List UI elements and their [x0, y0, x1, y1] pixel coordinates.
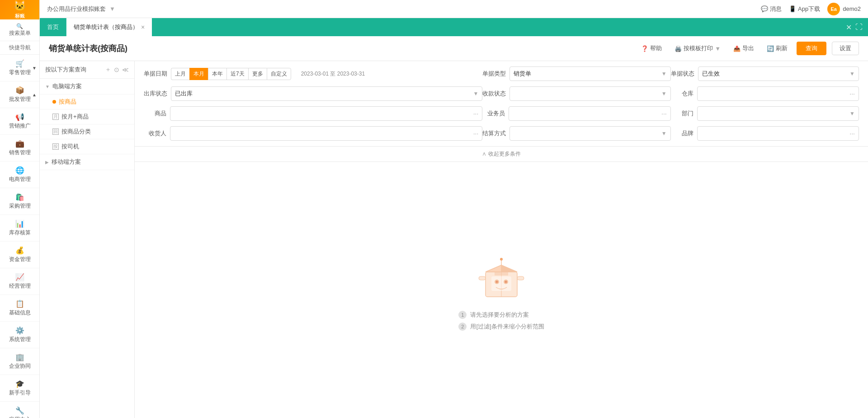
sidebar-item-sales[interactable]: 💼 销售管理 [0, 135, 39, 162]
type-value: 销货单 [514, 70, 531, 78]
sidebar-item-inventory[interactable]: 📊 库存核算 [0, 215, 39, 242]
window-maximize-icon[interactable]: ⛶ [855, 23, 863, 31]
help-button[interactable]: ❓ 帮助 [637, 43, 665, 54]
add-scheme-icon[interactable]: ＋ [105, 66, 111, 74]
warehouse-status-control[interactable]: 已出库 ▼ [171, 86, 482, 101]
tab-sales-stat[interactable]: 销货单统计表（按商品） × [66, 18, 152, 36]
sidebar-search[interactable]: 🔍 搜索菜单 [0, 19, 39, 41]
retail-icon: 🛒 [15, 59, 24, 68]
filter-settlement: 结算方式 ▼ [482, 126, 670, 141]
export-icon: 📤 [733, 45, 741, 52]
app-download-btn[interactable]: 📱 App下载 [789, 5, 820, 13]
scheme-item-by-unit[interactable]: 按 按司机 [40, 139, 134, 154]
payment-status-control[interactable]: ▼ [509, 86, 670, 101]
user-info[interactable]: Ea demo2 [827, 3, 861, 15]
page-panel: 销货单统计表(按商品) ❓ 帮助 🖨️ 按模板打印 ▼ 📤 导出 [40, 36, 868, 418]
warehouse-label: 仓库 [671, 90, 693, 98]
refresh-button[interactable]: 🔄 刷新 [763, 43, 791, 54]
scheme-icon-unit: 按 [52, 143, 59, 150]
date-tab-7days[interactable]: 近7天 [226, 68, 248, 80]
collapse-scheme-icon[interactable]: ≪ [122, 66, 129, 73]
status-control[interactable]: 已生效 ▼ [698, 66, 859, 81]
date-tab-more[interactable]: 更多 [248, 68, 267, 80]
salesperson-control[interactable]: ··· [509, 106, 670, 121]
receiver-control[interactable]: ··· [170, 126, 482, 141]
sidebar-item-marketing[interactable]: 📢 营销推广 [0, 108, 39, 135]
filter-row-2: 出库状态 已出库 ▼ 收款状态 ▼ [144, 86, 859, 101]
message-btn[interactable]: 💬 消息 [761, 5, 782, 13]
print-button[interactable]: 🖨️ 按模板打印 ▼ [671, 43, 724, 54]
filter-salesperson: 业务员 ··· [482, 106, 670, 121]
sidebar-item-appstore[interactable]: 🔧 应用中心 [0, 402, 39, 418]
date-tab-this-month[interactable]: 本月 [189, 68, 208, 80]
tab-bar: 首页 销货单统计表（按商品） × ✕ ⛶ [40, 18, 868, 36]
scheme-item-label: 按商品分类 [61, 128, 91, 136]
filter-receiver: 收货人 ··· [144, 126, 482, 141]
sidebar-item-label: 零售管理 [9, 69, 31, 76]
dept-label: 部门 [671, 109, 693, 118]
query-button[interactable]: 查询 [797, 42, 826, 55]
brand-control[interactable]: ··· [697, 126, 859, 141]
settings-button[interactable]: 设置 [832, 42, 859, 55]
expand-arrow-icon: ▲ [32, 92, 37, 97]
svg-point-11 [500, 258, 503, 261]
sidebar-item-purchase[interactable]: 🛍️ 采购管理 [0, 188, 39, 215]
scheme-group-mobile-title[interactable]: ▶ 移动端方案 [40, 154, 134, 170]
scheme-item-by-category[interactable]: 回 按商品分类 [40, 124, 134, 139]
scheme-group-label: 电脑端方案 [52, 82, 82, 90]
payment-status-arrow-icon: ▼ [661, 90, 667, 97]
dropdown-icon[interactable]: ▼ [109, 5, 115, 12]
product-control[interactable]: ··· [170, 106, 482, 121]
header-left: 办公用品行业模拟账套 ▼ [47, 5, 115, 13]
operations-icon: 📈 [15, 273, 24, 281]
date-tab-last-month[interactable]: 上月 [171, 68, 189, 80]
help-label: 帮助 [650, 44, 662, 52]
sidebar-item-system[interactable]: ⚙️ 系统管理 [0, 322, 39, 348]
window-close-icon[interactable]: ✕ [846, 23, 852, 32]
settings-scheme-icon[interactable]: ⊙ [114, 66, 119, 73]
print-icon: 🖨️ [675, 45, 682, 52]
newbie-icon: 🎓 [15, 380, 24, 388]
collapse-bar[interactable]: ∧ 收起更多条件 [135, 147, 868, 162]
dept-control[interactable]: ▼ [697, 106, 859, 121]
sidebar-quick-nav[interactable]: 快捷导航 [0, 41, 39, 55]
warehouse-control[interactable]: ··· [697, 86, 859, 101]
empty-tip-1: 1 请先选择要分析的方案 [458, 311, 544, 319]
filter-brand: 品牌 ··· [671, 126, 859, 141]
expand-arrow-icon: ▼ [32, 66, 37, 71]
scheme-item-by-product[interactable]: 按商品 [40, 95, 134, 109]
refresh-label: 刷新 [776, 44, 788, 52]
print-dropdown-icon: ▼ [715, 45, 721, 52]
sidebar-item-basic[interactable]: 📋 基础信息 [0, 295, 39, 322]
type-label: 单据类型 [482, 70, 506, 78]
scheme-item-by-month-product[interactable]: 月 按月+商品 [40, 109, 134, 124]
date-tab-this-year[interactable]: 本年 [208, 68, 226, 80]
expand-down-icon: ▼ [45, 84, 50, 89]
tab-close-icon[interactable]: × [141, 24, 145, 31]
logo-icon: 🐱 [14, 0, 26, 12]
ecommerce-icon: 🌐 [15, 166, 24, 175]
scheme-group-desktop-title[interactable]: ▼ 电脑端方案 [40, 79, 134, 95]
sidebar-item-wholesale[interactable]: 📦 批发管理 ▲ [0, 81, 39, 108]
sidebar-item-operations[interactable]: 📈 经营管理 [0, 268, 39, 295]
sidebar-logo[interactable]: 🐱 标账 [0, 0, 40, 19]
sidebar-item-enterprise[interactable]: 🏢 企业协同 [0, 348, 39, 375]
warehouse-status-label: 出库状态 [144, 90, 167, 98]
sidebar-item-finance[interactable]: 💰 资金管理 [0, 242, 39, 268]
date-tab-custom[interactable]: 自定义 [267, 68, 291, 80]
sidebar-item-retail[interactable]: 🛒 零售管理 ▼ [0, 55, 39, 81]
receiver-label: 收货人 [144, 129, 166, 138]
download-icon: 📱 [789, 5, 796, 12]
filter-row-3: 商品 ··· 业务员 ··· [144, 106, 859, 121]
sidebar-item-ecommerce[interactable]: 🌐 电商管理 [0, 162, 39, 188]
sales-icon: 💼 [15, 139, 24, 148]
tab-home[interactable]: 首页 [40, 18, 66, 36]
sidebar-item-newbie[interactable]: 🎓 新手引导 [0, 375, 39, 402]
svg-marker-1 [486, 265, 501, 272]
type-control[interactable]: 销货单 ▼ [509, 66, 670, 81]
sidebar-item-label: 基础信息 [9, 309, 31, 317]
empty-tips: 1 请先选择要分析的方案 2 用[过滤]条件来缩小分析范围 [458, 311, 544, 331]
settlement-control[interactable]: ▼ [509, 126, 670, 141]
filter-type: 单据类型 销货单 ▼ [482, 66, 670, 81]
export-button[interactable]: 📤 导出 [730, 43, 758, 54]
